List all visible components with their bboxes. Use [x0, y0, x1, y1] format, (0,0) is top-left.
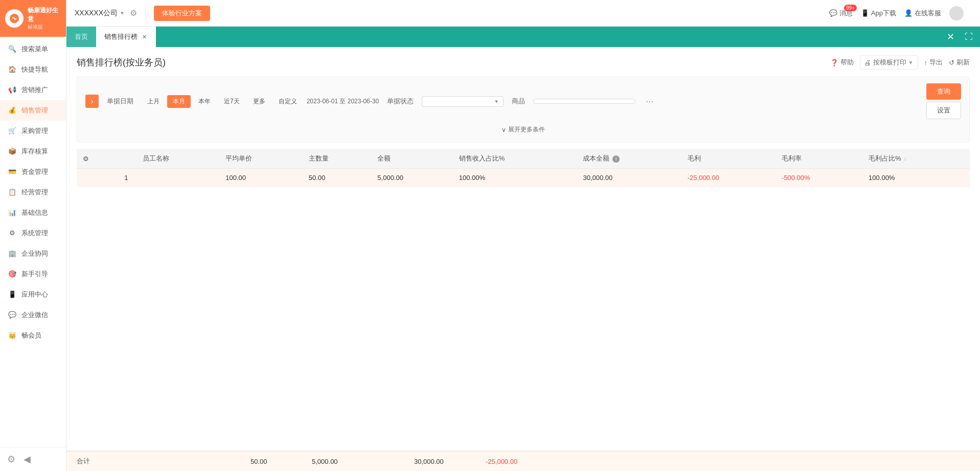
sidebar-item-enterprise[interactable]: 🏢 企业协同: [0, 243, 66, 264]
chevron-down-icon: ∨: [502, 126, 506, 133]
print-icon: 🖨: [864, 59, 871, 66]
sidebar-item-shortcut[interactable]: 🏠 快捷导航: [0, 59, 66, 80]
sidebar-item-guide[interactable]: 🎯 新手引导: [0, 264, 66, 284]
tab-sales-ranking-label: 销售排行榜: [104, 32, 138, 41]
row-sales-pct-cell: 100.00%: [453, 169, 577, 187]
row-rank-cell: 1: [116, 169, 136, 187]
sidebar-item-search[interactable]: 🔍 搜索菜单: [0, 39, 66, 59]
help-icon: ❓: [830, 59, 838, 66]
avatar[interactable]: [949, 6, 964, 20]
row-cost-cell: 30,000.00: [577, 169, 681, 187]
sidebar-item-wechat[interactable]: 💬 企业微信: [0, 305, 66, 325]
sidebar-item-label-member: 畅会员: [21, 331, 41, 340]
shortcut-icon: 🏠: [7, 64, 17, 75]
tab-home[interactable]: 首页: [66, 27, 96, 47]
settings-icon[interactable]: ⚙: [130, 8, 137, 18]
export-label: 导出: [929, 58, 943, 67]
sidebar-item-sales[interactable]: 💰 销售管理: [0, 100, 66, 121]
footer-amount: 5,000.00: [312, 458, 363, 465]
settings-icon[interactable]: ⚙: [7, 454, 15, 465]
tab-sales-ranking[interactable]: 销售排行榜 ✕: [96, 27, 156, 47]
header: XXXXXX公司 ▼ ⚙ 体验行业方案 💬 消息 99+ 📱 App下载 👤 在…: [66, 0, 980, 27]
sidebar-item-purchase[interactable]: 🛒 采购管理: [0, 121, 66, 141]
sidebar: 畅康通好生意 标准版 🔍 搜索菜单 🏠 快捷导航 📢 营销推广 💰 销售管理 🛒…: [0, 0, 66, 471]
header-divider: [145, 7, 146, 19]
col-settings-header[interactable]: ⚙: [77, 149, 116, 169]
query-btn[interactable]: 查询: [926, 83, 961, 100]
date-tab-curr-month[interactable]: 本月: [167, 95, 191, 108]
sidebar-item-label-search: 搜索菜单: [21, 44, 48, 54]
date-tab-prev-month[interactable]: 上月: [142, 95, 165, 108]
sidebar-item-label-enterprise: 企业协同: [21, 249, 48, 258]
wechat-icon: 💬: [7, 310, 17, 320]
status-select[interactable]: ▼: [422, 96, 504, 107]
industry-btn[interactable]: 体验行业方案: [154, 6, 210, 21]
date-tab-more[interactable]: 更多: [247, 95, 271, 108]
sidebar-item-basic[interactable]: 📊 基础信息: [0, 203, 66, 223]
settings-col-icon[interactable]: ⚙: [83, 155, 89, 163]
col-profit-pct-header: 毛利占比% ↕: [862, 149, 970, 169]
profit-pct-sort-icon[interactable]: ↕: [904, 156, 906, 162]
tab-maximize-btn[interactable]: ⛶: [962, 30, 976, 44]
row-profit-pct-cell: 100.00%: [862, 169, 970, 187]
sidebar-footer: ⚙ ◀: [0, 447, 66, 471]
template-print-btn[interactable]: 🖨 按模板打印 ▼: [860, 55, 918, 70]
row-profit-cell: -25,000.00: [681, 169, 776, 187]
tab-bar-actions: ✕ ⛶: [943, 30, 980, 44]
footer-cost: 30,000.00: [414, 458, 465, 465]
tab-close-icon[interactable]: ✕: [141, 33, 148, 40]
more-filters-btn[interactable]: ···: [646, 96, 653, 107]
tab-close-btn[interactable]: ✕: [943, 30, 958, 44]
sidebar-item-marketing[interactable]: 📢 营销推广: [0, 80, 66, 100]
service-btn[interactable]: 👤 在线客服: [904, 9, 941, 18]
sidebar-item-inventory[interactable]: 📦 库存核算: [0, 141, 66, 162]
collapse-icon[interactable]: ◀: [24, 454, 31, 465]
sidebar-item-label-sales: 销售管理: [21, 106, 48, 115]
help-btn[interactable]: ❓ 帮助: [830, 58, 854, 67]
date-tab-custom[interactable]: 自定义: [273, 95, 303, 108]
refresh-label: 刷新: [956, 58, 970, 67]
date-tab-7days[interactable]: 近7天: [218, 95, 245, 108]
expand-more-conditions[interactable]: ∨ 展开更多条件: [85, 123, 961, 136]
sidebar-item-member[interactable]: 👑 畅会员: [0, 325, 66, 346]
content-area: 销售排行榜(按业务员) ❓ 帮助 🖨 按模板打印 ▼ ↑ 导出 ↺ 刷新: [66, 47, 980, 471]
tab-bar: 首页 销售排行榜 ✕ ✕ ⛶: [66, 27, 980, 47]
app-download-btn[interactable]: 📱 App下载: [861, 9, 896, 18]
sidebar-item-label-shortcut: 快捷导航: [21, 65, 48, 74]
sidebar-item-appstore[interactable]: 📱 应用中心: [0, 284, 66, 305]
col-qty-header: 主数量: [303, 149, 372, 169]
date-filter-label: 单据日期: [107, 97, 133, 106]
sidebar-item-label-inventory: 库存核算: [21, 147, 48, 156]
page-title-bar: 销售排行榜(按业务员) ❓ 帮助 🖨 按模板打印 ▼ ↑ 导出 ↺ 刷新: [77, 55, 970, 70]
search-icon: 🔍: [7, 44, 17, 54]
date-tab-curr-year[interactable]: 本年: [193, 95, 216, 108]
page-title: 销售排行榜(按业务员): [77, 56, 166, 69]
footer-profit: -25,000.00: [486, 458, 537, 465]
operation-icon: 📋: [7, 187, 17, 197]
refresh-btn[interactable]: ↺ 刷新: [949, 58, 970, 67]
message-btn[interactable]: 💬 消息 99+: [829, 9, 853, 18]
purchase-icon: 🛒: [7, 126, 17, 136]
col-sales-pct-header: 销售收入占比%: [453, 149, 577, 169]
company-selector[interactable]: XXXXXX公司 ▼: [75, 9, 125, 18]
export-btn[interactable]: ↑ 导出: [924, 58, 943, 67]
goods-input[interactable]: [533, 99, 635, 104]
sidebar-item-system[interactable]: ⚙ 系统管理: [0, 223, 66, 243]
cost-info-icon[interactable]: i: [612, 155, 620, 163]
col-cost-header: 成本全额 i: [577, 149, 681, 169]
row-name-cell: [136, 169, 219, 187]
print-dropdown-icon: ▼: [908, 60, 914, 65]
sidebar-item-label-wechat: 企业微信: [21, 310, 48, 320]
sidebar-nav: 🔍 搜索菜单 🏠 快捷导航 📢 营销推广 💰 销售管理 🛒 采购管理 📦 库存核…: [0, 37, 66, 447]
sidebar-item-label-marketing: 营销推广: [21, 85, 48, 95]
member-icon: 👑: [7, 330, 17, 341]
app-icon: 📱: [861, 9, 869, 17]
sidebar-item-finance[interactable]: 💳 资金管理: [0, 162, 66, 182]
settings-btn[interactable]: 设置: [926, 102, 961, 119]
footer-total-label: 合计: [77, 457, 118, 466]
finance-icon: 💳: [7, 167, 17, 177]
status-filter-label: 单据状态: [387, 97, 414, 106]
refresh-icon: ↺: [949, 59, 954, 66]
sidebar-item-operation[interactable]: 📋 经营管理: [0, 182, 66, 203]
expand-filter-btn[interactable]: ›: [85, 95, 99, 108]
